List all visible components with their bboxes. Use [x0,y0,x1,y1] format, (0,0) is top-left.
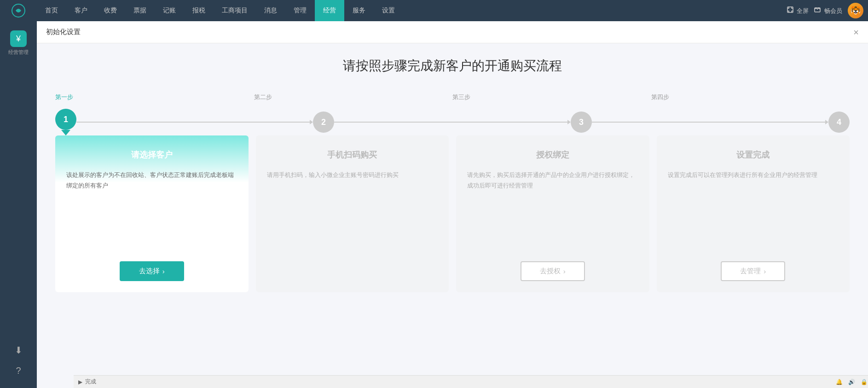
play-icon: ▶ [78,379,82,385]
nav-item-管理[interactable]: 管理 [285,0,315,21]
nav-item-工商项目[interactable]: 工商项目 [214,0,256,21]
lock-icon[interactable]: 🔒 [861,379,868,385]
chevron-right-icon-4: › [764,267,766,275]
sidebar: ¥ 经营管理 ⬇ ? [0,21,37,388]
fullscreen-btn[interactable]: 全屏 [787,6,809,15]
step-circles-row: 1 2 3 [55,109,850,135]
top-nav: 首页客户收费票据记账报税工商项目消息管理经营服务设置 全屏 畅会员 🐯 [0,0,868,21]
steps-section: 第一步 第二步 第三步 第四步 1 [55,93,850,292]
nav-items: 首页客户收费票据记账报税工商项目消息管理经营服务设置 [37,0,403,21]
card-1-title: 请选择客户 [66,149,237,160]
nav-item-服务[interactable]: 服务 [344,0,374,21]
close-button[interactable]: × [853,28,859,37]
step-3-circle: 3 [571,112,592,133]
step-3-label: 第三步 [452,93,470,101]
page-title: 初始化设置 [46,28,81,36]
nav-item-票据[interactable]: 票据 [125,0,155,21]
nav-right: 全屏 畅会员 🐯 [787,3,868,18]
sidebar-bottom: ⬇ ? [10,342,27,388]
status-bar: ▶ 完成 🔔 🔊 🔒 ⊕ 0 ⊙ 10 [74,375,868,388]
card-step-2: 手机扫码购买 请用手机扫码，输入小微企业主账号密码进行购买 [256,135,449,292]
nav-item-客户[interactable]: 客户 [66,0,96,21]
step-3-btn-label: 去授权 [540,267,561,276]
card-3-desc: 请先购买，购买后选择开通的产品中的企业用户进行授权绑定，成功后即可进行经营管理 [467,170,638,211]
vip-btn[interactable]: 畅会员 [814,6,842,15]
card-1-desc: 该处展示的客户为不在回收站、客户状态正常建账后完成老板端绑定的所有客户 [66,170,237,211]
svg-rect-1 [787,7,793,12]
help-icon[interactable]: ? [10,362,27,379]
main-content: 初始化设置 × 请按照步骤完成新客户的开通购买流程 第一步 第二步 第三步 第四… [37,21,868,388]
step-labels-row: 第一步 第二步 第三步 第四步 [55,93,850,105]
main-title: 请按照步骤完成新客户的开通购买流程 [343,57,562,75]
card-4-desc: 设置完成后可以在管理列表进行所有企业用户的经营管理 [668,170,839,211]
logo-icon [11,3,26,18]
card-3-title: 授权绑定 [467,149,638,160]
step-1-button[interactable]: 去选择 › [120,261,184,281]
cards-row: 请选择客户 该处展示的客户为不在回收站、客户状态正常建账后完成老板端绑定的所有客… [55,135,850,292]
card-2-title: 手机扫码购买 [267,149,438,160]
step-4-label: 第四步 [651,93,669,101]
step-1-btn-label: 去选择 [139,267,160,276]
card-4-title: 设置完成 [668,149,839,160]
step-4-circle: 4 [828,112,850,133]
content-area: 请按照步骤完成新客户的开通购买流程 第一步 第二步 第三步 第四步 [37,43,868,388]
connector-3 [592,120,828,124]
notification-icon[interactable]: 🔔 [836,379,843,385]
card-step-3: 授权绑定 请先购买，购买后选择开通的产品中的企业用户进行授权绑定，成功后即可进行… [456,135,649,292]
nav-item-收费[interactable]: 收费 [96,0,125,21]
step-3-button[interactable]: 去授权 › [521,261,585,281]
volume-icon[interactable]: 🔊 [848,379,855,385]
chevron-right-icon-3: › [563,267,566,275]
nav-item-报税[interactable]: 报税 [184,0,214,21]
card-step-1: 请选择客户 该处展示的客户为不在回收站、客户状态正常建账后完成老板端绑定的所有客… [55,135,249,292]
nav-item-首页[interactable]: 首页 [37,0,66,21]
connector-1 [76,120,313,124]
step-4-button[interactable]: 去管理 › [721,261,785,281]
step-1-circle: 1 [55,109,76,130]
user-avatar[interactable]: 🐯 [848,3,863,18]
status-bar-right: 🔔 🔊 🔒 ⊕ 0 ⊙ 10 [836,379,868,385]
step-4-btn-label: 去管理 [740,267,761,276]
nav-item-设置[interactable]: 设置 [374,0,403,21]
step-2-label: 第二步 [254,93,272,101]
step-1-arrow [61,130,70,135]
download-icon[interactable]: ⬇ [10,342,27,359]
sidebar-item-jingying[interactable]: ¥ 经营管理 [2,26,35,60]
nav-item-记账[interactable]: 记账 [155,0,184,21]
status-text: 完成 [85,378,96,386]
nav-item-消息[interactable]: 消息 [256,0,285,21]
jingying-icon: ¥ [10,30,27,47]
card-2-desc: 请用手机扫码，输入小微企业主账号密码进行购买 [267,170,438,225]
card-step-4: 设置完成 设置完成后可以在管理列表进行所有企业用户的经营管理 去管理 › [657,135,850,292]
chevron-right-icon: › [162,267,165,275]
nav-item-经营[interactable]: 经营 [315,0,344,21]
sidebar-item-label: 经营管理 [8,49,29,56]
page-header: 初始化设置 × [37,21,868,43]
connector-2 [334,120,571,124]
step-2-circle: 2 [313,112,334,133]
step-1-label: 第一步 [55,93,73,101]
